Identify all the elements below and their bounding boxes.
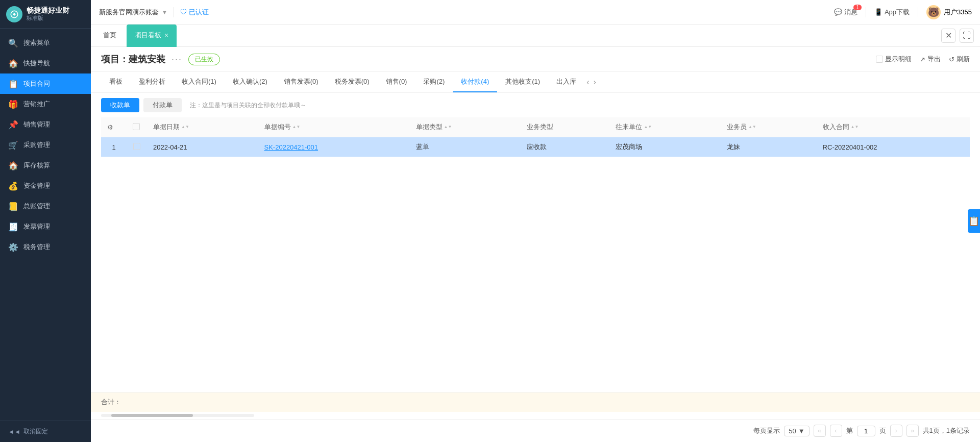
sidebar-item-sales-mgmt[interactable]: 📌销售管理 <box>0 114 91 135</box>
show-detail-toggle[interactable]: 显示明细 <box>876 55 912 64</box>
tab-stock-inout[interactable]: 出入库 <box>548 72 584 92</box>
account-selector[interactable]: 新服务官网演示账套 ▼ <box>99 8 167 17</box>
cell-checkbox[interactable] <box>127 137 147 157</box>
th-checkbox[interactable] <box>127 117 147 137</box>
sidebar-item-label-invoice-mgmt: 发票管理 <box>23 222 50 231</box>
sub-tab-receipt[interactable]: 收款单 <box>101 98 139 112</box>
last-page-button[interactable]: » <box>906 425 919 437</box>
export-label: 导出 <box>927 55 941 64</box>
pagination: 每页显示 50 ▼ « ‹ 第 页 › » 共1页，1条记录 <box>91 419 980 442</box>
tab-close-icon[interactable]: × <box>164 31 168 39</box>
tab-project-board[interactable]: 项目看板 × <box>127 24 177 47</box>
topbar-divider-3 <box>918 7 918 17</box>
next-page-button[interactable]: › <box>890 425 902 437</box>
message-button[interactable]: 💬 消息 1 <box>834 8 857 17</box>
th-doc-no[interactable]: 单据编号 ▲▼ <box>258 117 410 137</box>
total-info: 共1页，1条记录 <box>923 426 970 435</box>
doc-no-link[interactable]: SK-20220421-001 <box>264 143 318 151</box>
th-doc-type[interactable]: 单据类型 ▲▼ <box>410 117 521 137</box>
prev-page-button[interactable]: ‹ <box>830 425 842 437</box>
tab-purchase[interactable]: 采购(2) <box>415 72 453 92</box>
table-row[interactable]: 1 2022-04-21 SK-20220421-001 蓝单 应收款 宏茂商场… <box>101 137 970 157</box>
sidebar-item-fund-mgmt[interactable]: 💰资金管理 <box>0 176 91 196</box>
tab-other-expense[interactable]: 其他收支(1) <box>497 72 548 92</box>
scroll-thumb[interactable] <box>111 414 193 417</box>
sidebar-item-invoice-mgmt[interactable]: 🧾发票管理 <box>0 216 91 237</box>
sidebar-item-label-sales-mgmt: 销售管理 <box>23 120 50 129</box>
sub-tab-payment[interactable]: 付款单 <box>143 98 182 112</box>
page-size-select[interactable]: 50 ▼ <box>784 426 809 436</box>
right-panel-button[interactable]: 📋 <box>968 209 980 233</box>
partner-sort[interactable]: ▲▼ <box>644 125 652 129</box>
tab-home[interactable]: 首页 <box>95 24 125 47</box>
th-partner[interactable]: 往来单位 ▲▼ <box>609 117 721 137</box>
unpin-icon: ◄◄ <box>8 428 20 435</box>
th-salesperson[interactable]: 业务员 ▲▼ <box>721 117 817 137</box>
settings-icon[interactable]: ⚙ <box>107 124 113 131</box>
sidebar-item-search[interactable]: 🔍搜索菜单 <box>0 33 91 53</box>
show-detail-checkbox[interactable] <box>876 56 883 63</box>
page-number-input[interactable] <box>857 426 875 436</box>
nav-prev-arrow[interactable]: ‹ <box>584 78 591 87</box>
sidebar-item-tax-mgmt[interactable]: ⚙️税务管理 <box>0 237 91 257</box>
sidebar-item-marketing[interactable]: 🎁营销推广 <box>0 94 91 114</box>
sidebar-item-label-purchase-mgmt: 采购管理 <box>23 140 50 150</box>
doc-no-sort[interactable]: ▲▼ <box>292 125 301 129</box>
sidebar-item-project-contract[interactable]: 📋项目合同 <box>0 73 91 94</box>
cell-income-contract: RC-20220401-002 <box>817 137 970 157</box>
search-icon: 🔍 <box>8 38 18 48</box>
row-checkbox-0[interactable] <box>133 143 140 150</box>
expand-window-button[interactable]: ⛶ <box>960 29 974 43</box>
sidebar-item-purchase-mgmt[interactable]: 🛒采购管理 <box>0 135 91 155</box>
export-button[interactable]: ↗ 导出 <box>920 55 941 64</box>
message-badge: 1 <box>853 5 862 10</box>
export-icon: ↗ <box>920 56 925 63</box>
project-more-button[interactable]: ··· <box>172 54 182 65</box>
user-avatar: 🐻 <box>926 5 941 19</box>
tab-income-contract[interactable]: 收入合同(1) <box>174 72 225 92</box>
first-page-button[interactable]: « <box>814 425 826 437</box>
topbar-divider-2 <box>866 7 866 17</box>
sidebar-item-ledger-mgmt[interactable]: 📒总账管理 <box>0 196 91 216</box>
ledger-mgmt-icon: 📒 <box>8 201 18 211</box>
income-contract-sort[interactable]: ▲▼ <box>851 125 859 129</box>
total-label: 合计： <box>101 398 121 407</box>
nav-next-arrow[interactable]: › <box>591 78 598 87</box>
receipt-table: ⚙ 单据日期 ▲▼ 单据编号 <box>101 117 970 157</box>
account-name: 新服务官网演示账套 <box>99 8 159 17</box>
fund-mgmt-icon: 💰 <box>8 181 18 191</box>
salesperson-sort[interactable]: ▲▼ <box>748 125 756 129</box>
phone-icon: 📱 <box>874 8 883 16</box>
tab-tax-invoice[interactable]: 税务发票(0) <box>327 72 378 92</box>
th-income-contract[interactable]: 收入合同 ▲▼ <box>817 117 970 137</box>
page-size-chevron: ▼ <box>798 427 805 435</box>
app-download-button[interactable]: 📱 App下载 <box>874 8 910 17</box>
doc-date-sort[interactable]: ▲▼ <box>181 125 189 129</box>
sidebar-item-label-inventory: 库存核算 <box>23 161 50 170</box>
refresh-icon: ↺ <box>949 56 954 63</box>
user-menu[interactable]: 🐻 用户3355 <box>926 5 972 19</box>
sidebar-item-label-tax-mgmt: 税务管理 <box>23 242 50 252</box>
tab-kanban[interactable]: 看板 <box>101 72 131 92</box>
refresh-button[interactable]: ↺ 刷新 <box>949 55 970 64</box>
app-edition: 标准版 <box>27 14 69 22</box>
tabbar: 首页 项目看板 × ✕ ⛶ <box>91 24 980 47</box>
sales-mgmt-icon: 📌 <box>8 119 18 130</box>
sidebar-item-quick-nav[interactable]: 🏠快捷导航 <box>0 53 91 73</box>
th-doc-date[interactable]: 单据日期 ▲▼ <box>147 117 258 137</box>
tab-sales[interactable]: 销售(0) <box>378 72 415 92</box>
cell-num: 1 <box>101 137 127 157</box>
scroll-track[interactable] <box>101 414 254 417</box>
tab-income-confirm[interactable]: 收入确认(2) <box>225 72 276 92</box>
tab-receipt-payment[interactable]: 收付款(4) <box>453 72 497 92</box>
cell-doc-no[interactable]: SK-20220421-001 <box>258 137 410 157</box>
sidebar-item-inventory[interactable]: 🏠库存核算 <box>0 155 91 176</box>
th-settings[interactable]: ⚙ <box>101 117 127 137</box>
sidebar-unpin[interactable]: ◄◄ 取消固定 <box>0 421 91 442</box>
project-header: 项目：建筑安装 ··· 已生效 显示明细 ↗ 导出 ↺ 刷新 <box>91 47 980 72</box>
tab-sales-invoice[interactable]: 销售发票(0) <box>276 72 327 92</box>
tab-profit[interactable]: 盈利分析 <box>131 72 174 92</box>
select-all-checkbox[interactable] <box>133 123 140 130</box>
close-window-button[interactable]: ✕ <box>941 29 955 43</box>
doc-type-sort[interactable]: ▲▼ <box>444 125 452 129</box>
